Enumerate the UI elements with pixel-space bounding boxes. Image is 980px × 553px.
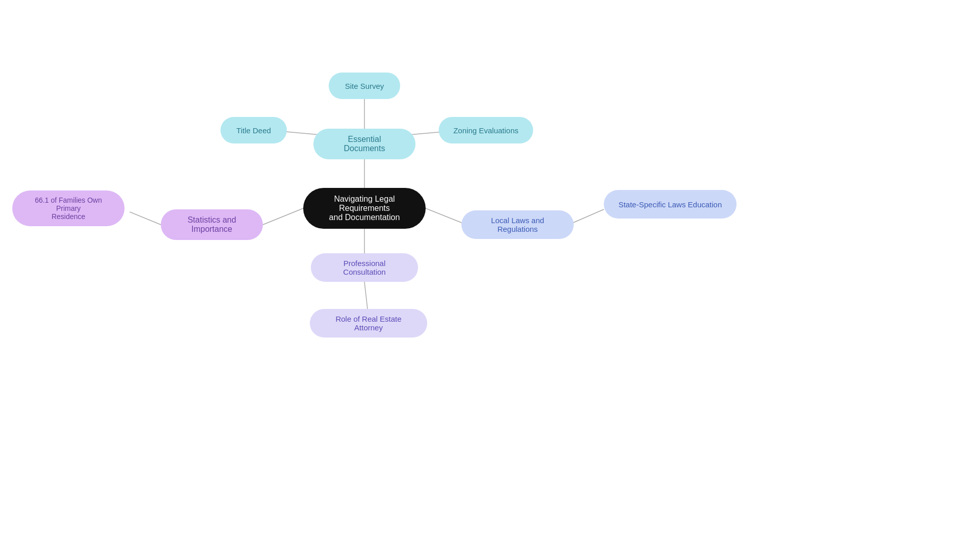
svg-line-6 [426,208,467,225]
site-survey-node[interactable]: Site Survey [329,73,400,99]
zoning-evaluations-label: Zoning Evaluations [453,126,519,135]
center-node-label: Navigating Legal Requirements and Docume… [313,195,415,222]
real-estate-attorney-node[interactable]: Role of Real Estate Attorney [310,309,427,338]
center-node[interactable]: Navigating Legal Requirements and Docume… [303,188,426,229]
essential-documents-node[interactable]: Essential Documents [313,129,415,159]
svg-line-4 [263,208,303,225]
professional-consultation-node[interactable]: Professional Consultation [311,253,418,282]
real-estate-attorney-label: Role of Real Estate Attorney [324,315,413,332]
state-laws-label: State-Specific Laws Education [619,200,722,209]
title-deed-label: Title Deed [236,126,271,135]
svg-line-5 [130,212,161,225]
site-survey-label: Site Survey [345,82,384,90]
state-laws-node[interactable]: State-Specific Laws Education [604,190,737,219]
local-laws-node[interactable]: Local Laws and Regulations [461,210,574,239]
statistics-importance-node[interactable]: Statistics and Importance [161,209,263,240]
local-laws-label: Local Laws and Regulations [476,216,559,233]
professional-consultation-label: Professional Consultation [325,259,404,276]
title-deed-node[interactable]: Title Deed [220,117,287,143]
statistics-importance-label: Statistics and Importance [173,215,251,234]
svg-line-9 [364,282,368,309]
families-stat-node[interactable]: 66.1 of Families Own Primary Residence [12,190,125,226]
families-stat-label: 66.1 of Families Own Primary Residence [24,196,112,221]
zoning-evaluations-node[interactable]: Zoning Evaluations [439,117,533,143]
essential-documents-label: Essential Documents [328,135,401,153]
svg-line-7 [569,209,604,225]
